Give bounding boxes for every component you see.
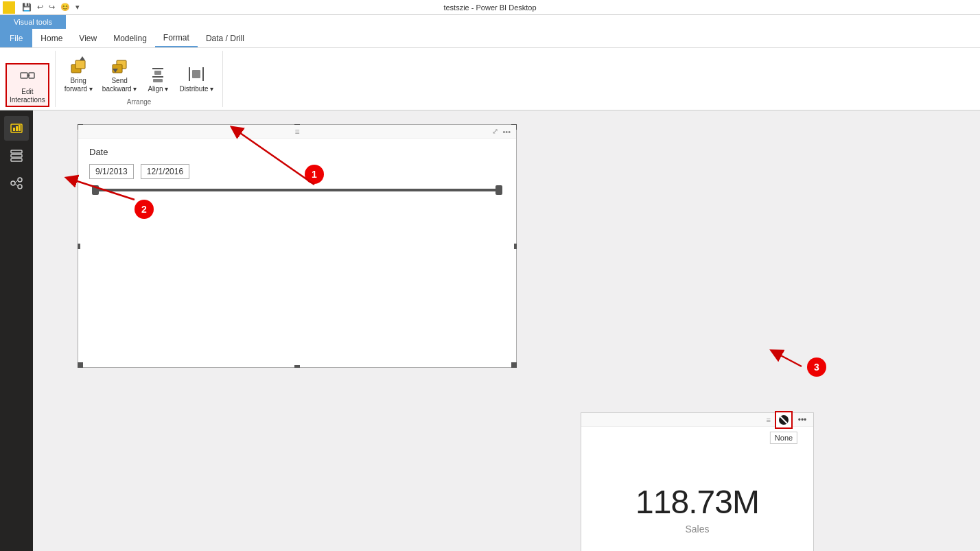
svg-point-27: [18, 178, 22, 182]
widget-header-dots: ⤢ •••: [492, 127, 511, 136]
svg-rect-2: [21, 73, 27, 78]
slicer-handle-left[interactable]: [92, 185, 99, 195]
kpi-label: Sales: [685, 524, 709, 535]
ribbon-group-arrange: Bringforward ▾ Sendbackward ▾: [56, 51, 224, 107]
left-sidebar: [0, 110, 33, 551]
none-tooltip: None: [770, 432, 797, 444]
sidebar-item-model[interactable]: [4, 171, 29, 196]
tab-view[interactable]: View: [71, 29, 105, 47]
ribbon-tabs: File Home View Modeling Format Data / Dr…: [0, 29, 980, 48]
resize-handle-bl[interactable]: [78, 362, 83, 368]
edit-interactions-icon: [16, 66, 38, 88]
canvas-area: ≡ ⤢ ••• Date 9/1/2013 12/1/2016: [33, 110, 980, 551]
send-backward-button[interactable]: Sendbackward ▾: [99, 53, 141, 95]
svg-rect-15: [153, 79, 163, 82]
ribbon-group-edit-items: EditInteractions: [5, 51, 49, 107]
save-icon[interactable]: 💾: [21, 3, 33, 12]
distribute-button[interactable]: Distribute ▾: [176, 61, 217, 95]
svg-line-36: [775, 353, 802, 366]
svg-point-26: [11, 181, 15, 185]
resize-handle-left[interactable]: [78, 244, 80, 249]
date-slicer-widget[interactable]: ≡ ⤢ ••• Date 9/1/2013 12/1/2016: [78, 124, 517, 368]
align-label: Align ▾: [148, 85, 168, 93]
undo-icon[interactable]: ↩: [36, 3, 45, 12]
title-bar: 💾 ↩ ↪ 😊 ▾ testszie - Power BI Desktop: [0, 0, 980, 15]
title-icons: 💾 ↩ ↪ 😊 ▾: [21, 3, 81, 12]
ribbon: File Home View Modeling Format Data / Dr…: [0, 29, 980, 110]
expand-icon[interactable]: ⤢: [492, 127, 498, 136]
window-title: testszie - Power BI Desktop: [443, 3, 536, 12]
kpi-more-options[interactable]: •••: [795, 413, 809, 427]
dropdown-icon[interactable]: ▾: [74, 3, 81, 12]
resize-handle-br[interactable]: [511, 362, 517, 368]
kpi-value: 118.73M: [635, 483, 759, 521]
svg-rect-0: [4, 3, 8, 12]
ribbon-group-edit: EditInteractions: [0, 51, 56, 107]
slicer-start-date[interactable]: 9/1/2013: [89, 164, 134, 179]
slicer-title: Date: [89, 147, 505, 157]
svg-rect-20: [13, 128, 15, 131]
app-icon: [3, 1, 15, 14]
kpi-widget: ≡ None ••• 118.73M Sales: [581, 412, 814, 551]
slicer-slider-track[interactable]: [92, 189, 502, 191]
none-interaction-button[interactable]: None: [775, 411, 793, 429]
tab-file[interactable]: File: [0, 29, 32, 47]
svg-rect-13: [154, 71, 161, 75]
align-icon: [147, 63, 169, 85]
svg-marker-8: [80, 56, 85, 60]
ribbon-content: EditInteractions Bringforward ▾: [0, 48, 980, 110]
sidebar-item-report[interactable]: [4, 116, 29, 141]
svg-rect-23: [11, 150, 22, 153]
ribbon-group-arrange-items: Bringforward ▾ Sendbackward ▾: [61, 51, 218, 95]
visual-tools-tab: Visual tools: [0, 15, 66, 29]
bring-forward-icon: [67, 55, 89, 77]
distribute-icon: [185, 63, 207, 85]
svg-rect-21: [16, 126, 18, 131]
kpi-header-icons: None •••: [775, 411, 809, 429]
resize-handle-right[interactable]: [514, 244, 517, 249]
visual-tools-banner: Visual tools: [0, 15, 980, 29]
slicer-handle-right[interactable]: [495, 185, 502, 195]
redo-icon[interactable]: ↪: [47, 3, 56, 12]
bring-forward-label: Bringforward ▾: [65, 77, 93, 93]
date-slicer-header: ≡ ⤢ •••: [78, 125, 516, 139]
svg-line-30: [15, 184, 18, 186]
svg-rect-1: [10, 5, 14, 12]
svg-rect-7: [75, 60, 85, 69]
svg-rect-18: [192, 70, 200, 78]
tab-modeling[interactable]: Modeling: [105, 29, 155, 47]
tab-home[interactable]: Home: [32, 29, 71, 47]
tab-data-drill[interactable]: Data / Drill: [198, 29, 253, 47]
kpi-body: 118.73M Sales: [581, 427, 813, 551]
bring-forward-button[interactable]: Bringforward ▾: [61, 53, 96, 95]
svg-rect-22: [19, 125, 21, 131]
emoji-icon[interactable]: 😊: [59, 3, 71, 12]
svg-point-28: [18, 185, 22, 189]
edit-interactions-button[interactable]: EditInteractions: [5, 63, 49, 107]
sidebar-item-data[interactable]: [4, 143, 29, 168]
edit-interactions-label: EditInteractions: [10, 88, 45, 104]
svg-rect-25: [11, 159, 22, 161]
align-button[interactable]: Align ▾: [143, 61, 173, 95]
slicer-end-date[interactable]: 12/1/2016: [141, 164, 189, 179]
tab-format[interactable]: Format: [155, 29, 198, 47]
date-slicer-body: Date 9/1/2013 12/1/2016: [78, 139, 516, 367]
svg-line-29: [15, 180, 18, 183]
annotation-3: 3: [807, 357, 826, 377]
svg-rect-24: [11, 154, 22, 157]
send-backward-icon: [108, 55, 130, 77]
distribute-label: Distribute ▾: [179, 85, 213, 93]
resize-handle-bottom[interactable]: [294, 365, 300, 368]
send-backward-label: Sendbackward ▾: [102, 77, 137, 93]
main-area: ≡ ⤢ ••• Date 9/1/2013 12/1/2016: [0, 110, 980, 551]
more-options-icon[interactable]: •••: [502, 128, 511, 136]
arrange-group-label: Arrange: [61, 98, 218, 107]
kpi-header: ≡ None •••: [581, 413, 813, 427]
slicer-date-inputs: 9/1/2013 12/1/2016: [89, 164, 505, 179]
